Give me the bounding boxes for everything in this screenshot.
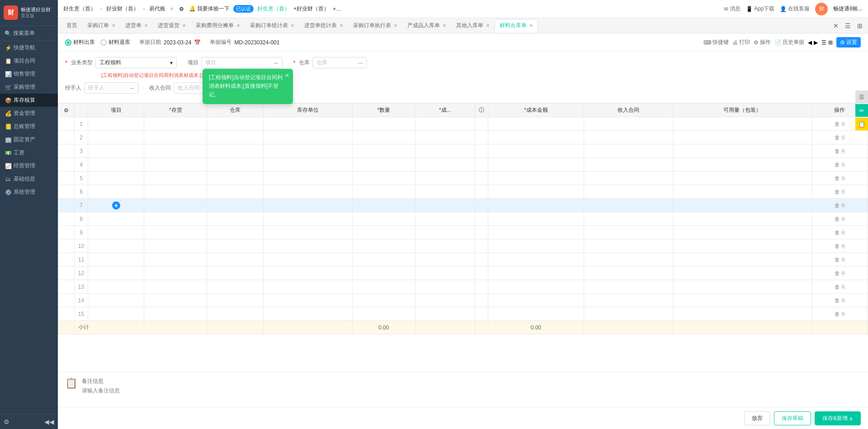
cell-warehouse-1[interactable] — [207, 117, 263, 131]
user-avatar[interactable]: 财 — [815, 3, 828, 15]
close-purchase-exec[interactable]: ✕ — [394, 23, 397, 28]
cell-cost-unit-12[interactable] — [415, 267, 475, 280]
cell-cost-amount-3[interactable] — [488, 144, 584, 158]
cell-quantity-1[interactable] — [352, 117, 415, 131]
cell-cost-amount-15[interactable] — [488, 307, 584, 321]
online-service-btn[interactable]: 👤 在线客服 — [780, 5, 810, 13]
copy-icon-12[interactable]: ⎘ — [842, 270, 845, 276]
cell-warehouse-15[interactable] — [207, 307, 263, 321]
cell-warehouse-3[interactable] — [207, 144, 263, 158]
notes-input[interactable] — [82, 387, 861, 400]
sidebar-item-purchase[interactable]: 🛒 采购管理 — [0, 81, 58, 94]
cell-cost-unit-4[interactable] — [415, 158, 475, 172]
cell-inventory-1[interactable] — [144, 117, 207, 131]
sidebar-item-assets[interactable]: 🏢 固定资产 — [0, 133, 58, 146]
cell-warehouse-8[interactable] — [207, 212, 263, 226]
bill-no-value[interactable]: MD-20230324-001 — [234, 39, 279, 46]
cell-cost-unit-8[interactable] — [415, 212, 475, 226]
close-incoming-stats[interactable]: ✕ — [340, 23, 343, 28]
cell-cost-unit-15[interactable] — [415, 307, 475, 321]
copy-icon-13[interactable]: ⎘ — [842, 284, 845, 290]
cell-project-8[interactable] — [88, 212, 144, 226]
tab-purchase-order[interactable]: 采购订单✕ — [82, 19, 120, 33]
col-settings[interactable]: ⚙ — [58, 104, 75, 117]
tab-product-inbound[interactable]: 产成品入库单✕ — [402, 19, 451, 33]
cell-warehouse-2[interactable] — [207, 131, 263, 144]
delete-icon-14[interactable]: 🗑 — [835, 297, 840, 304]
cell-inventory-15[interactable] — [144, 307, 207, 321]
delete-icon-12[interactable]: 🗑 — [835, 270, 840, 276]
settings-btn[interactable]: ⚙ 设置 — [836, 37, 861, 48]
delete-icon-10[interactable]: 🗑 — [835, 243, 840, 249]
cell-income-contract-4[interactable] — [584, 158, 673, 172]
shortcut-key-btn[interactable]: ⌨ 快捷键 — [703, 38, 729, 46]
cell-cost-amount-2[interactable] — [488, 131, 584, 144]
save-new-btn[interactable]: 保存&新增 ∧ — [815, 411, 861, 425]
cell-quantity-7[interactable] — [352, 199, 415, 212]
bill-date-value[interactable]: 2023-03-24 — [164, 39, 191, 46]
warehouse-input[interactable]: 仓库 ··· — [312, 57, 367, 68]
cell-inventory-10[interactable] — [144, 239, 207, 253]
cell-warehouse-11[interactable] — [207, 253, 263, 267]
calendar-icon[interactable]: 📅 — [194, 39, 201, 46]
cell-cost-unit-3[interactable] — [415, 144, 475, 158]
cell-income-contract-10[interactable] — [584, 239, 673, 253]
radio-material-outbound[interactable]: 材料出库 — [65, 38, 95, 46]
tab-close-all[interactable]: ✕ — [831, 21, 840, 30]
cell-project-9[interactable] — [88, 226, 144, 239]
sidebar-settings-btn[interactable]: ⚙ — [4, 418, 9, 425]
cell-project-11[interactable] — [88, 253, 144, 267]
sidebar-item-shortcut[interactable]: ⚡ 快捷导航 — [0, 41, 58, 54]
sidebar-item-payroll[interactable]: 💵 工资 — [0, 146, 58, 159]
cell-quantity-4[interactable] — [352, 158, 415, 172]
copy-icon-4[interactable]: ⎘ — [842, 162, 845, 168]
cell-cost-amount-9[interactable] — [488, 226, 584, 239]
cell-income-contract-7[interactable] — [584, 199, 673, 212]
cell-income-contract-6[interactable] — [584, 185, 673, 199]
delete-icon-15[interactable]: 🗑 — [835, 311, 840, 317]
cell-income-contract-12[interactable] — [584, 267, 673, 280]
topbar-link-haoshengyi2[interactable]: 好生意（首） — [257, 5, 290, 13]
tab-view-grid[interactable]: ⊞ — [855, 21, 864, 30]
cell-project-13[interactable] — [88, 280, 144, 294]
cell-cost-amount-1[interactable] — [488, 117, 584, 131]
close-incoming-return[interactable]: ✕ — [182, 23, 186, 28]
tab-purchase-stats[interactable]: 采购订单统计表✕ — [245, 19, 299, 33]
topbar-link-haoyecai2[interactable]: +好业财（首） — [293, 5, 329, 13]
discard-btn[interactable]: 放弃 — [744, 411, 770, 425]
cell-quantity-9[interactable] — [352, 226, 415, 239]
cell-cost-unit-5[interactable] — [415, 172, 475, 185]
tab-home[interactable]: 首页 — [61, 19, 82, 33]
cell-warehouse-10[interactable] — [207, 239, 263, 253]
sidebar-item-inventory[interactable]: 📦 库存核算 — [0, 94, 58, 107]
cell-warehouse-13[interactable] — [207, 280, 263, 294]
copy-icon-14[interactable]: ⎘ — [842, 297, 845, 304]
cell-quantity-11[interactable] — [352, 253, 415, 267]
cell-cost-amount-11[interactable] — [488, 253, 584, 267]
cell-cost-unit-9[interactable] — [415, 226, 475, 239]
tooltip-close-btn[interactable]: ✕ — [285, 72, 289, 80]
delete-icon-8[interactable]: 🗑 — [835, 216, 840, 222]
cell-income-contract-2[interactable] — [584, 131, 673, 144]
sidebar-item-system[interactable]: ⚙️ 系统管理 — [0, 186, 58, 199]
cell-project-4[interactable] — [88, 158, 144, 172]
cell-project-2[interactable] — [88, 131, 144, 144]
copy-icon-1[interactable]: ⎘ — [842, 121, 845, 127]
topbar-link-experience[interactable]: 🔔 我要体验一下 — [189, 5, 230, 13]
cell-inventory-2[interactable] — [144, 131, 207, 144]
close-purchase-stats[interactable]: ✕ — [291, 23, 294, 28]
cell-quantity-8[interactable] — [352, 212, 415, 226]
cell-project-12[interactable] — [88, 267, 144, 280]
cell-project-1[interactable] — [88, 117, 144, 131]
cell-income-contract-1[interactable] — [584, 117, 673, 131]
delete-icon-5[interactable]: 🗑 — [835, 175, 840, 181]
cell-cost-amount-14[interactable] — [488, 294, 584, 307]
cell-warehouse-4[interactable] — [207, 158, 263, 172]
cell-income-contract-9[interactable] — [584, 226, 673, 239]
operation-btn[interactable]: ⚙ 操作 — [754, 38, 771, 46]
close-incoming[interactable]: ✕ — [144, 23, 148, 28]
cell-cost-unit-10[interactable] — [415, 239, 475, 253]
tab-other-inbound[interactable]: 其他入库单✕ — [451, 19, 495, 33]
message-btn[interactable]: ✉ 消息 — [724, 5, 741, 13]
cell-inventory-3[interactable] — [144, 144, 207, 158]
